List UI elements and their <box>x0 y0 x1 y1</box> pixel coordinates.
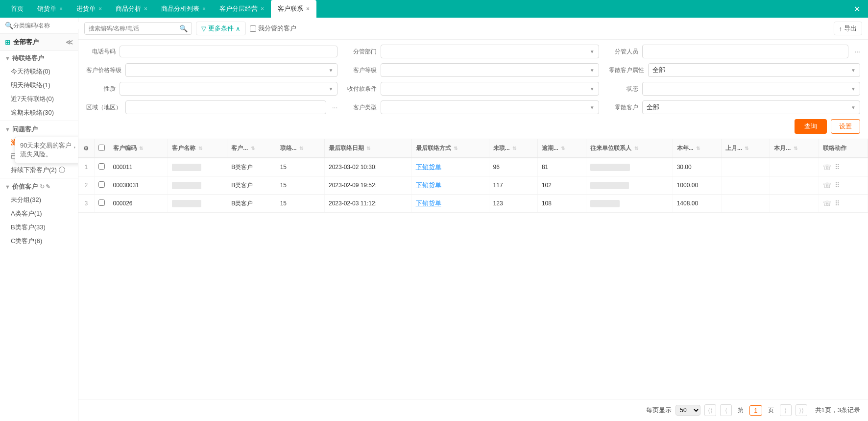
last-method-sort-icon[interactable]: ⇅ <box>454 146 458 151</box>
overdue-sort-icon[interactable]: ⇅ <box>561 146 565 151</box>
last-month-sort-icon[interactable]: ⇅ <box>745 146 748 151</box>
this-year-sort-icon[interactable]: ⇅ <box>696 146 700 151</box>
filter-status-select[interactable]: ▼ <box>642 82 860 96</box>
th-checkbox[interactable] <box>94 139 109 158</box>
settings-btn[interactable]: 设置 <box>831 119 860 134</box>
filter-manager-select[interactable] <box>642 45 849 58</box>
value-group-refresh[interactable]: ↻ <box>40 183 45 190</box>
first-page-btn[interactable]: ⟨⟨ <box>704 404 716 416</box>
th-settings[interactable]: ⚙ <box>78 139 94 158</box>
filter-payment-select[interactable]: ▼ <box>381 82 599 96</box>
row3-checkbox[interactable] <box>94 195 109 213</box>
row1-method-link[interactable]: 下销货单 <box>416 163 441 171</box>
query-btn[interactable]: 查询 <box>795 119 827 134</box>
row2-check[interactable] <box>98 181 105 188</box>
row3-check[interactable] <box>98 199 105 206</box>
sidebar-item-class-b[interactable]: B类客户(33) <box>0 221 78 234</box>
row3-phone-icon[interactable]: ☏ <box>823 199 832 207</box>
tab-customer-contact-close[interactable]: × <box>306 5 310 12</box>
filter-dept-label: 分管部门 <box>347 48 377 56</box>
tab-home[interactable]: 首页 <box>4 0 30 18</box>
filter-scatter-attr-select[interactable]: 全部 ▼ <box>648 63 860 77</box>
row3-last-date: 2023-02-03 11:12: <box>324 195 411 213</box>
tab-purchase-close[interactable]: × <box>98 5 102 12</box>
search-input[interactable] <box>89 25 179 32</box>
sidebar-item-class-c[interactable]: C类客户(6) <box>0 234 78 248</box>
my-customers-checkbox[interactable] <box>250 25 256 32</box>
last-page-btn[interactable]: ⟩⟩ <box>796 404 807 416</box>
type-sort-icon[interactable]: ⇅ <box>251 146 255 151</box>
row2-method-link[interactable]: 下销货单 <box>416 181 441 189</box>
row3-last-method[interactable]: 下销货单 <box>411 195 489 213</box>
code-sort-icon[interactable]: ⇅ <box>139 146 143 151</box>
tab-product-analysis[interactable]: 商品分析 × <box>109 0 154 18</box>
tab-purchase[interactable]: 进货单 × <box>70 0 109 18</box>
select-all-checkbox[interactable] <box>98 145 105 151</box>
filter-region-select[interactable] <box>125 100 326 114</box>
next-page-btn[interactable]: ⟩ <box>780 404 792 416</box>
collapse-btn[interactable]: ≪ <box>66 38 73 46</box>
more-conditions-btn[interactable]: ▽ 更多条件 ∧ <box>196 22 246 35</box>
filter-payment-label: 收付款条件 <box>347 85 377 93</box>
content-area: 🔍 ▽ 更多条件 ∧ 我分管的客户 ↑ 导出 <box>78 18 868 421</box>
tab-product-analysis-close[interactable]: × <box>144 5 147 12</box>
filter-nature-select[interactable]: ▼ <box>120 82 338 96</box>
manager-dots-btn[interactable]: ··· <box>854 48 860 55</box>
sidebar-group-problem[interactable]: ▼ 问题客户 <box>0 122 78 136</box>
row1-more-icon[interactable]: ⠿ <box>835 163 840 171</box>
per-page-select[interactable]: 50 100 200 <box>675 405 700 416</box>
contact-sort-icon[interactable]: ⇅ <box>299 146 303 151</box>
row3-more-icon[interactable]: ⠿ <box>835 199 840 207</box>
tab-customer-layer-close[interactable]: × <box>261 5 264 12</box>
filter-grade-select[interactable]: ▼ <box>381 63 599 77</box>
filter-dept-select[interactable]: ▼ <box>381 45 599 58</box>
row1-last-method[interactable]: 下销货单 <box>411 158 489 176</box>
search-btn-icon[interactable]: 🔍 <box>179 25 188 32</box>
last-date-sort-icon[interactable]: ⇅ <box>366 146 370 151</box>
sidebar-group-pending[interactable]: ▼ 待联络客户 <box>0 51 78 65</box>
row3-method-link[interactable]: 下销货单 <box>416 199 441 207</box>
sidebar-item-declining[interactable]: 持续下滑客户(2) ⓘ <box>0 163 78 177</box>
sidebar-item-class-a[interactable]: A类客户(1) <box>0 207 78 221</box>
tab-customer-layer[interactable]: 客户分层经营 × <box>213 0 271 18</box>
name-sort-icon[interactable]: ⇅ <box>198 146 202 151</box>
tab-product-list-close[interactable]: × <box>202 5 206 12</box>
close-window-btn[interactable]: ✕ <box>850 4 864 14</box>
row2-more-icon[interactable]: ⠿ <box>835 181 840 189</box>
row1-check[interactable] <box>98 163 105 170</box>
filter-price-grade-select[interactable]: ▼ <box>125 63 338 77</box>
row1-not-contacted: 96 <box>489 158 537 176</box>
not-contacted-sort-icon[interactable]: ⇅ <box>512 146 516 151</box>
my-customers-checkbox-label[interactable]: 我分管的客户 <box>250 24 296 33</box>
row2-last-method[interactable]: 下销货单 <box>411 176 489 195</box>
sidebar-group-value[interactable]: ▼ 价值客户 ↻ ✎ <box>0 179 78 193</box>
sidebar-item-7days[interactable]: 近7天待联络(0) <box>0 92 78 106</box>
row1-checkbox[interactable] <box>94 158 109 176</box>
prev-page-btn[interactable]: ⟨ <box>720 404 732 416</box>
filter-cust-type-select[interactable]: ▼ <box>381 100 599 114</box>
tab-sales-close[interactable]: × <box>59 5 63 12</box>
filter-phone-input[interactable] <box>120 46 338 57</box>
this-month-sort-icon[interactable]: ⇅ <box>794 146 797 151</box>
sidebar-item-tomorrow[interactable]: 明天待联络(1) <box>0 78 78 92</box>
region-dots-btn[interactable]: ··· <box>332 103 338 111</box>
scatter-attr-arrow: ▼ <box>851 68 856 73</box>
filter-scatter-select[interactable]: 全部 ▼ <box>642 100 860 114</box>
row2-checkbox[interactable] <box>94 176 109 195</box>
export-btn[interactable]: ↑ 导出 <box>834 22 863 35</box>
filter-bar-right: ↑ 导出 <box>834 22 863 35</box>
filter-scatter-attr: 零散客户属性 全部 ▼ <box>609 63 860 77</box>
th-code: 客户编码 ⇅ <box>109 139 168 158</box>
sidebar-item-ungroup[interactable]: 未分组(32) <box>0 193 78 207</box>
sidebar-search-input[interactable] <box>13 22 87 29</box>
tab-customer-contact[interactable]: 客户联系 × <box>271 0 316 18</box>
tab-sales[interactable]: 销货单 × <box>30 0 70 18</box>
sidebar-all-customers[interactable]: ⊞ 全部客户 ≪ <box>0 34 78 51</box>
sidebar-item-overdue-contact[interactable]: 逾期未联络(30) <box>0 106 78 120</box>
sidebar-item-today[interactable]: 今天待联络(0) <box>0 65 78 78</box>
value-group-edit[interactable]: ✎ <box>46 183 50 190</box>
tab-product-list[interactable]: 商品分析列表 × <box>154 0 213 18</box>
row1-phone-icon[interactable]: ☏ <box>823 163 832 171</box>
row2-phone-icon[interactable]: ☏ <box>823 181 832 189</box>
contact-person-sort-icon[interactable]: ⇅ <box>634 146 638 151</box>
